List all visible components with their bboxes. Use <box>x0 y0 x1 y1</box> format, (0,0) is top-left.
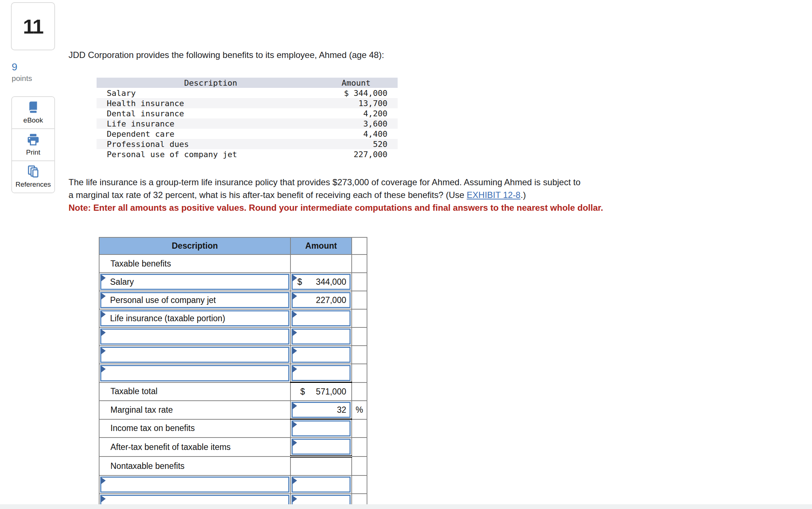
amount-cell: $344,000 <box>290 273 352 291</box>
amount-cell <box>290 327 352 346</box>
description-cell: Salary <box>99 273 290 291</box>
benefit-amount: 13,700 <box>315 98 398 108</box>
question-intro-text: JDD Corporation provides the following b… <box>69 50 384 60</box>
benefit-amount: 4,200 <box>315 108 398 118</box>
description-cell <box>99 346 290 364</box>
benefit-amount: 520 <box>315 139 398 149</box>
worksheet-header-row: Description Amount <box>99 237 367 254</box>
unit-cell <box>352 327 367 346</box>
description-cell: Taxable total <box>99 382 290 401</box>
input-flag-icon <box>292 329 297 336</box>
worksheet-row: Income tax on benefits <box>99 419 367 438</box>
unit-cell <box>352 456 367 475</box>
question-number: 11 <box>23 15 43 38</box>
question-paragraph: The life insurance is a group-term life … <box>69 176 603 214</box>
pages-icon <box>27 165 40 178</box>
amount-input[interactable] <box>292 310 351 326</box>
description-input[interactable] <box>100 347 289 363</box>
description-cell <box>99 364 290 382</box>
amount-cell: $571,000 <box>290 382 352 401</box>
benefits-header-description: Description <box>97 78 315 88</box>
references-button[interactable]: References <box>12 160 54 193</box>
benefits-row: Professional dues520 <box>97 139 398 149</box>
description-input[interactable] <box>100 477 289 493</box>
description-cell: Taxable benefits <box>99 254 290 273</box>
input-flag-icon <box>292 293 297 300</box>
printer-icon <box>27 133 40 146</box>
amount-static: $571,000 <box>291 383 351 400</box>
exhibit-link[interactable]: EXHIBIT 12-8 <box>467 190 521 200</box>
benefit-description: Dependent care <box>97 129 315 139</box>
amount-cell <box>290 254 352 273</box>
benefit-description: Life insurance <box>97 118 315 129</box>
description-cell <box>99 327 290 346</box>
horizontal-scrollbar-track[interactable] <box>0 504 812 509</box>
unit-cell <box>352 346 367 364</box>
worksheet-header-amount: Amount <box>290 237 352 254</box>
unit-cell <box>352 291 367 309</box>
ebook-button[interactable]: eBook <box>12 97 54 128</box>
worksheet-row: Life insurance (taxable portion) <box>99 309 367 327</box>
description-input[interactable]: Salary <box>100 274 289 290</box>
benefits-header-row: Description Amount <box>97 78 398 88</box>
amount-input[interactable] <box>292 477 351 493</box>
input-flag-icon <box>292 403 297 409</box>
description-cell: Nontaxable benefits <box>99 456 290 475</box>
worksheet-row: Personal use of company jet227,000 <box>99 291 367 309</box>
description-input[interactable]: Life insurance (taxable portion) <box>100 310 289 326</box>
benefits-row: Salary$ 344,000 <box>97 88 398 98</box>
input-flag-icon <box>101 347 106 354</box>
input-flag-icon <box>292 275 297 281</box>
worksheet-body: Taxable benefitsSalary$344,000Personal u… <box>99 254 367 509</box>
unit-cell <box>352 273 367 291</box>
description-input[interactable] <box>100 329 289 345</box>
benefits-row: Personal use of company jet227,000 <box>97 149 398 159</box>
worksheet-row <box>99 346 367 364</box>
description-label: Income tax on benefits <box>99 423 290 433</box>
benefit-description: Personal use of company jet <box>97 149 315 159</box>
amount-cell <box>290 438 352 456</box>
worksheet-row: Marginal tax rate32% <box>99 401 367 419</box>
tool-button-stack: eBook Print References <box>11 96 55 193</box>
input-flag-icon <box>292 366 297 373</box>
description-cell: Income tax on benefits <box>99 419 290 438</box>
description-input-text: Personal use of company jet <box>101 295 216 305</box>
benefits-row: Dependent care4,400 <box>97 129 398 139</box>
amount-cell: 227,000 <box>290 291 352 309</box>
amount-input[interactable] <box>292 329 351 345</box>
amount-input[interactable]: $344,000 <box>292 274 351 290</box>
paragraph-line2-pre: a marginal tax rate of 32 percent, what … <box>69 190 467 200</box>
benefits-table-body: Salary$ 344,000Health insurance13,700Den… <box>97 88 398 159</box>
unit-cell <box>352 382 367 401</box>
description-cell <box>99 475 290 494</box>
description-input[interactable]: Personal use of company jet <box>100 292 289 308</box>
unit-cell <box>352 254 367 273</box>
benefit-amount: $ 344,000 <box>315 88 398 98</box>
description-label: After-tax benefit of taxable items <box>99 442 290 452</box>
print-button[interactable]: Print <box>12 128 54 160</box>
amount-input[interactable] <box>292 439 351 455</box>
points-value: 9 <box>12 61 32 73</box>
points-block: 9 points <box>12 61 32 83</box>
input-flag-icon <box>292 477 297 484</box>
amount-input[interactable]: 32 <box>292 402 351 418</box>
amount-input[interactable] <box>292 420 351 436</box>
input-flag-icon <box>292 311 297 318</box>
description-label: Nontaxable benefits <box>99 461 290 471</box>
benefits-table: Description Amount Salary$ 344,000Health… <box>97 78 398 159</box>
note-text: Note: Enter all amounts as positive valu… <box>69 203 603 213</box>
benefit-description: Health insurance <box>97 98 315 108</box>
references-label: References <box>15 180 51 189</box>
amount-cell: 32 <box>290 401 352 419</box>
amount-input[interactable] <box>292 365 351 381</box>
input-flag-icon <box>101 496 106 502</box>
worksheet-row: Taxable total$571,000 <box>99 382 367 401</box>
amount-cell <box>290 456 352 475</box>
description-cell: Marginal tax rate <box>99 401 290 419</box>
unit-cell <box>352 309 367 327</box>
unit-cell <box>352 364 367 382</box>
amount-input[interactable] <box>292 347 351 363</box>
ebook-label: eBook <box>23 116 43 124</box>
description-input[interactable] <box>100 365 289 381</box>
amount-input[interactable]: 227,000 <box>292 292 351 308</box>
